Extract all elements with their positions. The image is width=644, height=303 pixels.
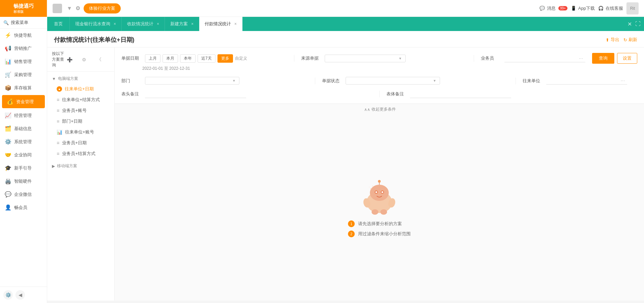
- pc-group-toggle[interactable]: ▼ 电脑端方案: [47, 74, 114, 84]
- tab-close-cash-flow[interactable]: ×: [114, 22, 116, 26]
- scheme-item-salesman-date[interactable]: ≡ 业务员+日期: [47, 138, 114, 148]
- scheme-panel: 按以下方案查询 ➕ ⚙ 《 ▼ 电脑端方案 ● 往来单位+日期 ≡: [47, 48, 115, 301]
- scheme-item-salesman-settle[interactable]: ≡ 业务员+结算方式: [47, 148, 114, 159]
- sidebar-item-wechat[interactable]: 💬 企业微信: [0, 188, 47, 201]
- tab-close-new-plan[interactable]: ×: [191, 22, 194, 26]
- trial-button[interactable]: 体验行业方案: [84, 3, 121, 13]
- sales-icon: 📊: [5, 58, 11, 65]
- collapse-conditions-button[interactable]: ∧∧ 收起更多条件: [115, 103, 644, 115]
- scheme-item-label: 往来单位+日期: [65, 86, 94, 92]
- scheme-item-counterpart-settle[interactable]: ≡ 往来单位+结算方式: [47, 94, 114, 105]
- tab-cash-flow[interactable]: 现金银行流水查询 ×: [70, 17, 122, 31]
- filter-col-counterpart: 往来单位 ···: [523, 77, 637, 85]
- svg-point-10: [372, 209, 378, 215]
- user-avatar-box[interactable]: Rit: [626, 2, 639, 14]
- tab-payment-stats[interactable]: 付款情况统计 ×: [199, 17, 242, 31]
- search-icon: 🔍: [3, 20, 9, 25]
- chevron-down-icon[interactable]: ▼: [67, 5, 72, 11]
- date-btn-last-month[interactable]: 上月: [145, 54, 160, 63]
- scheme-item-salesman-account[interactable]: ≡ 业务员+账号: [47, 105, 114, 116]
- svg-point-13: [372, 185, 373, 186]
- mobile-group-label: 移动端方案: [57, 163, 77, 169]
- export-label: 导出: [611, 37, 619, 43]
- filter-col-body-note: 表体备注: [386, 90, 638, 98]
- sidebar-item-hardware[interactable]: 🖨️ 智能硬件: [0, 175, 47, 188]
- source-doc-select[interactable]: ▼: [325, 55, 406, 62]
- sidebar-item-label: 企业微信: [14, 191, 32, 198]
- collapse-scheme-button[interactable]: 《: [97, 57, 110, 63]
- query-button[interactable]: 查询: [592, 53, 614, 64]
- scheme-item-label: 往来单位+账号: [65, 129, 94, 135]
- scheme-item-dept-date[interactable]: ≡ 部门+日期: [47, 116, 114, 127]
- date-btn-this-month[interactable]: 本月: [163, 54, 178, 63]
- tab-home[interactable]: 首页: [47, 17, 70, 31]
- settings-icon[interactable]: ⚙: [76, 5, 80, 11]
- date-btn-this-year[interactable]: 本年: [180, 54, 196, 63]
- sidebar-bottom: ⚙️ ◀: [0, 286, 47, 303]
- app-download-label: App下载: [578, 5, 595, 11]
- sidebar-item-sales[interactable]: 📊 销售管理: [0, 55, 47, 68]
- sidebar-search[interactable]: 🔍 搜索菜单: [0, 17, 47, 29]
- dept-arrow: ▼: [232, 79, 236, 83]
- add-scheme-button[interactable]: ➕: [67, 57, 80, 62]
- sidebar-item-cooperation[interactable]: 🤝 企业协同: [0, 148, 47, 161]
- doc-status-select[interactable]: ▼: [346, 77, 440, 85]
- online-service-action[interactable]: 🎧 在线客服: [598, 5, 623, 11]
- settings-button[interactable]: ⚙️: [3, 290, 13, 300]
- export-button[interactable]: ⬆ 导出: [606, 37, 619, 43]
- scheme-panel-header: 按以下方案查询 ➕ ⚙ 《: [47, 48, 114, 72]
- empty-state: 1 请先选择要分析的方案 2 用过滤条件来缩小分析范围: [115, 115, 644, 301]
- sidebar-item-label: 销售管理: [14, 59, 32, 65]
- user-info-area[interactable]: [53, 4, 63, 13]
- header-note-input[interactable]: [145, 90, 246, 98]
- collapse-sidebar-button[interactable]: ◀: [16, 290, 25, 300]
- body-note-input[interactable]: [410, 90, 511, 98]
- tab-close-payment-stats[interactable]: ×: [234, 22, 237, 26]
- tip-text-1: 请先选择要分析的方案: [358, 221, 402, 227]
- tab-bar-end: ✕ ⛶: [627, 21, 644, 27]
- dept-select[interactable]: ▼: [145, 77, 239, 85]
- sidebar-item-finance[interactable]: 💰 资金管理: [2, 95, 45, 108]
- maximize-tab-btn[interactable]: ⛶: [635, 21, 641, 27]
- sidebar-item-system[interactable]: ⚙️ 系统管理: [0, 135, 47, 148]
- source-doc-arrow: ▼: [399, 57, 402, 60]
- date-buttons: 上月 本月 本年 近7天 更多 自定义: [145, 54, 247, 63]
- sidebar-item-member[interactable]: 👤 畅会员: [0, 201, 47, 214]
- filter-actions: 查询 设置: [592, 53, 637, 64]
- mobile-group-toggle[interactable]: ▶ 移动端方案: [47, 161, 114, 171]
- settings-button[interactable]: 设置: [617, 53, 637, 64]
- sidebar-item-quick-nav[interactable]: ⚡ 快捷导航: [0, 29, 47, 42]
- scheme-item-counterpart-date[interactable]: ● 往来单位+日期: [47, 84, 114, 94]
- dept-label: 部门: [121, 78, 142, 84]
- tab-new-plan[interactable]: 新建方案 ×: [165, 17, 199, 31]
- sidebar-item-guide[interactable]: 🎓 新手引导: [0, 161, 47, 175]
- app-download-action[interactable]: 📱 App下载: [571, 5, 595, 11]
- filter-layout: 按以下方案查询 ➕ ⚙ 《 ▼ 电脑端方案 ● 往来单位+日期 ≡: [47, 48, 644, 301]
- scheme-icon: ≡: [57, 151, 59, 156]
- tab-receipt-stats[interactable]: 收款情况统计 ×: [122, 17, 165, 31]
- scheme-item-counterpart-account[interactable]: 📊 往来单位+账号: [47, 127, 114, 138]
- counterpart-dots[interactable]: ···: [621, 78, 625, 83]
- filter-col-doc-status: 单据状态 ▼: [322, 77, 509, 85]
- quick-nav-icon: ⚡: [5, 32, 11, 38]
- sidebar-item-basic-info[interactable]: 🗂️ 基础信息: [0, 122, 47, 135]
- logo-text: 畅捷通巧: [13, 3, 34, 9]
- sidebar-item-purchase[interactable]: 🛒 采购管理: [0, 68, 47, 81]
- message-action[interactable]: 💬 消息 99+: [539, 5, 567, 11]
- online-service-icon: 🎧: [598, 6, 604, 11]
- sidebar-item-marketing[interactable]: 📢 营销推广: [0, 42, 47, 55]
- tab-receipt-stats-label: 收款情况统计: [127, 21, 153, 27]
- salesman-dots[interactable]: ···: [579, 56, 583, 61]
- refresh-button[interactable]: ↻ 刷新: [623, 37, 637, 43]
- scheme-settings-button[interactable]: ⚙: [82, 57, 95, 62]
- sidebar-item-label: 快捷导航: [14, 32, 32, 38]
- sidebar-item-operation[interactable]: 📈 经营管理: [0, 109, 47, 122]
- date-btn-last-7[interactable]: 近7天: [198, 54, 215, 63]
- sidebar-item-label: 库存核算: [14, 85, 32, 91]
- tab-close-receipt-stats[interactable]: ×: [157, 22, 159, 26]
- date-btn-more[interactable]: 更多: [217, 54, 233, 63]
- app-download-icon: 📱: [571, 6, 576, 11]
- sidebar-item-inventory[interactable]: 📦 库存核算: [0, 81, 47, 94]
- counterpart-label: 往来单位: [523, 78, 543, 84]
- close-tab-btn[interactable]: ✕: [627, 21, 632, 27]
